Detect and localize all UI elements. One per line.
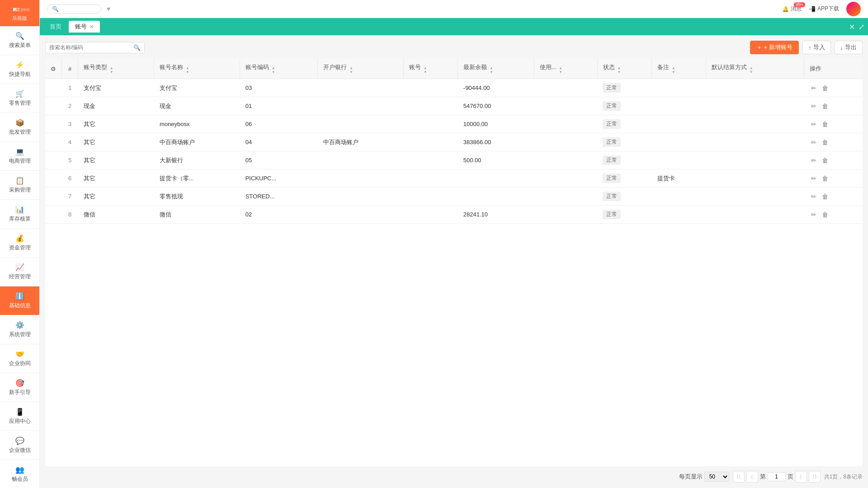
th-account-no[interactable]: 账号 ▲▼ xyxy=(404,59,458,79)
account-search-input[interactable] xyxy=(49,44,133,51)
tab-close-action[interactable]: ✕ xyxy=(849,23,855,31)
topbar-msg-button[interactable]: 🔔 消息 99+ xyxy=(782,5,802,13)
sidebar-item-search-menu[interactable]: 🔍 搜索菜单 xyxy=(0,26,39,55)
sidebar-item-basic-info[interactable]: ℹ️ 基础信息 xyxy=(0,286,39,315)
td-default-settle xyxy=(706,188,804,206)
th-account-name[interactable]: 账号名称 ▲▼ xyxy=(154,59,240,79)
add-icon: ＋ xyxy=(756,43,762,52)
toolbar: 🔍 ＋ + 新增账号 ↑ 导入 ↓ 导出 xyxy=(45,41,863,54)
page-prev-button[interactable]: ⟨ xyxy=(746,471,758,483)
logo-text: 乐燕版 xyxy=(12,15,27,22)
td-account-code: 05 xyxy=(240,151,318,169)
th-status[interactable]: 状态 ▲▼ xyxy=(597,59,651,79)
edit-button[interactable]: ✏ xyxy=(809,120,818,129)
enterprise-icon: 🤝 xyxy=(15,350,24,358)
edit-button[interactable]: ✏ xyxy=(809,210,818,219)
search-icon[interactable]: 🔍 xyxy=(133,44,141,51)
tab-account-label: 账号 xyxy=(75,23,87,31)
download-icon: 📲 xyxy=(809,6,816,12)
td-account-code: 04 xyxy=(240,133,318,151)
topbar-search[interactable]: 🔍 xyxy=(47,5,101,14)
td-action: ✏ 🗑 xyxy=(804,169,863,188)
total-info: 共1页，8条记录 xyxy=(824,473,863,481)
td-open-bank xyxy=(318,79,404,97)
page-next-button[interactable]: ⟩ xyxy=(795,471,807,483)
account-table-container: ⚙ # 账号类型 ▲▼ 账号名称 ▲▼ 账号编码 ▲▼ 开户银行 ▲▼ 账号 ▲… xyxy=(45,59,863,466)
delete-button[interactable]: 🗑 xyxy=(820,102,830,111)
tab-account-close[interactable]: ✕ xyxy=(90,24,94,30)
th-default-settle[interactable]: 默认结算方式 ▲▼ xyxy=(706,59,804,79)
finance-icon: 💰 xyxy=(15,234,24,243)
account-search-box[interactable]: 🔍 xyxy=(45,42,145,53)
sidebar-item-system[interactable]: ⚙️ 系统管理 xyxy=(0,315,39,344)
per-page-dropdown[interactable]: 50 100 200 xyxy=(704,472,729,482)
page-number-input[interactable] xyxy=(768,472,786,481)
td-latest-balance: 28241.10 xyxy=(458,206,534,224)
delete-button[interactable]: 🗑 xyxy=(820,192,830,201)
topbar: 🔍 ▾ 🔔 消息 99+ 📲 APP下载 xyxy=(40,0,868,18)
page-size-select[interactable]: 每页显示 50 100 200 xyxy=(679,472,729,482)
delete-button[interactable]: 🗑 xyxy=(820,210,830,219)
th-open-bank[interactable]: 开户银行 ▲▼ xyxy=(318,59,404,79)
import-button[interactable]: ↑ 导入 xyxy=(802,41,831,54)
export-button[interactable]: ↓ 导出 xyxy=(835,41,863,54)
delete-button[interactable]: 🗑 xyxy=(820,120,830,129)
sidebar-item-app-center[interactable]: 📱 应用中心 xyxy=(0,402,39,431)
sidebar-item-inventory[interactable]: 📊 库存核算 xyxy=(0,200,39,229)
edit-button[interactable]: ✏ xyxy=(809,138,818,147)
td-usage xyxy=(534,169,597,188)
import-label: 导入 xyxy=(813,43,825,52)
edit-button[interactable]: ✏ xyxy=(809,102,818,111)
td-account-no xyxy=(404,133,458,151)
edit-button[interactable]: ✏ xyxy=(809,156,818,165)
sidebar-item-member[interactable]: 👥 畅会员 xyxy=(0,460,39,488)
th-config[interactable]: ⚙ xyxy=(45,59,62,79)
sidebar-item-purchase[interactable]: 📋 采购管理 xyxy=(0,171,39,200)
th-account-type[interactable]: 账号类型 ▲▼ xyxy=(78,59,154,79)
th-latest-balance[interactable]: 最新余额 ▲▼ xyxy=(458,59,534,79)
td-account-code: 06 xyxy=(240,115,318,133)
page-first-button[interactable]: ⟨⟨ xyxy=(733,471,745,483)
content-area: 🔍 ＋ + 新增账号 ↑ 导入 ↓ 导出 xyxy=(40,35,868,488)
td-usage xyxy=(534,188,597,206)
tab-home[interactable]: 首页 xyxy=(43,21,68,33)
delete-button[interactable]: 🗑 xyxy=(820,156,830,165)
app-download-button[interactable]: 📲 APP下载 xyxy=(809,5,839,13)
th-account-code[interactable]: 账号编码 ▲▼ xyxy=(240,59,318,79)
add-account-button[interactable]: ＋ + 新增账号 xyxy=(750,41,799,54)
th-usage[interactable]: 使用... ▲▼ xyxy=(534,59,597,79)
system-icon: ⚙️ xyxy=(15,321,24,329)
sidebar-item-enterprise-wechat[interactable]: 💬 企业微信 xyxy=(0,431,39,460)
td-account-type: 其它 xyxy=(78,188,154,206)
edit-button[interactable]: ✏ xyxy=(809,84,818,93)
sidebar-item-retail[interactable]: 🛒 零售管理 xyxy=(0,84,39,113)
topbar-dropdown-icon[interactable]: ▾ xyxy=(107,5,110,13)
tab-account[interactable]: 账号 ✕ xyxy=(69,21,100,33)
td-status: 正常 xyxy=(597,79,651,97)
sidebar-item-ops[interactable]: 📈 经营管理 xyxy=(0,258,39,286)
topbar-right: 🔔 消息 99+ 📲 APP下载 xyxy=(782,2,861,16)
td-open-bank xyxy=(318,151,404,169)
edit-button[interactable]: ✏ xyxy=(809,174,818,183)
edit-button[interactable]: ✏ xyxy=(809,192,818,201)
sidebar-item-enterprise[interactable]: 🤝 企业协同 xyxy=(0,344,39,373)
td-default-settle xyxy=(706,79,804,97)
table-header-row: ⚙ # 账号类型 ▲▼ 账号名称 ▲▼ 账号编码 ▲▼ 开户银行 ▲▼ 账号 ▲… xyxy=(45,59,863,79)
sidebar-item-guide[interactable]: 🎯 新手引导 xyxy=(0,373,39,402)
app-center-icon: 📱 xyxy=(15,408,24,416)
sidebar-item-ecommerce[interactable]: 💻 电商管理 xyxy=(0,142,39,171)
sidebar-item-finance[interactable]: 💰 资金管理 xyxy=(0,229,39,258)
tab-home-label: 首页 xyxy=(50,23,61,31)
page-last-button[interactable]: ⟩⟩ xyxy=(809,471,821,483)
sidebar-item-quick-nav[interactable]: ⚡ 快捷导航 xyxy=(0,55,39,84)
th-remark[interactable]: 备注 ▲▼ xyxy=(652,59,706,79)
delete-button[interactable]: 🗑 xyxy=(820,84,830,93)
td-action: ✏ 🗑 xyxy=(804,151,863,169)
tab-expand-action[interactable]: ⤢ xyxy=(859,23,864,31)
sidebar-item-wholesale[interactable]: 📦 批发管理 xyxy=(0,113,39,142)
delete-button[interactable]: 🗑 xyxy=(820,138,830,147)
delete-button[interactable]: 🗑 xyxy=(820,174,830,183)
logo: 鹏江 进销存 乐燕版 xyxy=(0,0,39,26)
user-avatar[interactable] xyxy=(846,2,861,16)
logo-icon: 鹏江 进销存 xyxy=(9,5,31,14)
